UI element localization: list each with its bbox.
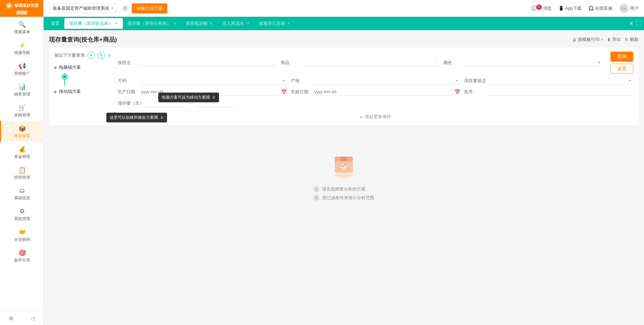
system-selector[interactable]: 装备及固定资产辅助管理系统 ▾: [49, 4, 117, 13]
settings-footer-btn[interactable]: ⚙: [9, 315, 13, 322]
tab-summary[interactable]: 收发存汇总表 ✕: [254, 18, 295, 29]
sidebar-item-management[interactable]: 📋 经营管理: [0, 162, 43, 183]
tab-close-icon[interactable]: ✕: [210, 21, 213, 26]
stock-status-select[interactable]: ▾: [487, 77, 633, 85]
calendar-start-icon[interactable]: 📅: [281, 89, 287, 95]
tab-flow[interactable]: 出入库流水 ✕: [218, 18, 254, 29]
tab-close-all-btn[interactable]: ✕: [629, 20, 633, 27]
filter-prev-btn[interactable]: «: [108, 52, 111, 58]
tab-close-icon[interactable]: ✕: [115, 21, 118, 26]
size-select-arrow: ▾: [283, 78, 285, 83]
sidebar-item-guide[interactable]: 🎯 新手引导: [0, 245, 43, 266]
size-select[interactable]: ▾: [139, 77, 287, 85]
tab-fullscreen-btn[interactable]: ⛶: [636, 20, 641, 26]
sidebar-item-finance[interactable]: 💰 资金管理: [0, 142, 43, 162]
sidebar-item-label: 经营管理: [14, 175, 30, 180]
empty-state: 1 请先选择要分析的方案 2 用过滤条件来缩小分析范围: [49, 129, 639, 214]
refresh-btn[interactable]: ↻ 刷新: [625, 37, 639, 43]
sidebar-item-label: 销售管理: [14, 92, 30, 97]
scheme-mobile-label: 移动端方案: [59, 89, 81, 95]
sidebar-item-label: 新手引导: [14, 258, 30, 263]
origin-select[interactable]: ▾: [312, 77, 460, 85]
topbar: 装备及固定资产辅助管理系统 ▾ ⚙ 体验行业方案 💬 6 消息 📱 App下载 …: [44, 0, 644, 17]
sidebar-item-search[interactable]: 🔍 搜索菜单: [0, 17, 43, 38]
batch-label: 批号: [464, 89, 484, 95]
svg-text:Ea: Ea: [622, 6, 626, 10]
messages-label: 消息: [543, 5, 552, 11]
query-btn[interactable]: 查询: [610, 52, 633, 62]
tab-batch[interactable]: 库存批次账 ✕: [181, 18, 218, 29]
empty-hints: 1 请先选择要分析的方案 2 用过滤条件来缩小分析范围: [313, 186, 374, 201]
tabbar: 首页 现存量（库存状况表） ✕ 现存量（库存分布表） ✕ 库存批次账 ✕ 出入库…: [44, 17, 644, 30]
sidebar-item-inventory[interactable]: 📦 库存核算: [0, 121, 43, 142]
phone-icon: 📱: [558, 6, 564, 11]
filter-field-warehouse: 按照仓 ...: [118, 59, 277, 66]
sidebar-item-purchase[interactable]: 🛒 采购管理: [0, 100, 43, 121]
empty-hint-1: 1 请先选择要分析的方案: [313, 186, 374, 192]
sidebar-item-system[interactable]: ⚙ 系统管理: [0, 204, 43, 224]
logo-title: 畅通道好生意: [14, 3, 39, 8]
online-support-btn[interactable]: 🎧 在线客服: [588, 5, 612, 11]
sidebar-item-label: 基础信息: [14, 195, 30, 201]
app-download-btn[interactable]: 📱 App下载: [558, 5, 582, 11]
tab-close-icon[interactable]: ✕: [287, 21, 290, 26]
goods-select[interactable]: ...: [302, 59, 440, 66]
tab-flow-label: 出入库流水: [222, 20, 244, 26]
sidebar-item-sales[interactable]: 📊 销售管理: [0, 79, 43, 100]
tab-close-icon[interactable]: ✕: [246, 21, 250, 26]
reset-btn[interactable]: 设置: [610, 64, 633, 74]
filter-add-scheme-btn[interactable]: +: [88, 52, 95, 59]
tab-home[interactable]: 首页: [46, 18, 64, 29]
sidebar: 畅 畅通道好生意 标准版 🔍 搜索菜单 ⚡ 快捷导航 📢 营销推广 📊 销售管理…: [0, 0, 44, 325]
avatar-icon: Ea: [619, 4, 629, 13]
template-print-btn[interactable]: 🖨 按模板打印 ▾: [572, 37, 603, 43]
app-download-label: App下载: [565, 5, 582, 11]
sidebar-item-collab[interactable]: 🤝 企业协同: [0, 224, 43, 245]
sidebar-item-label: 系统管理: [14, 216, 30, 222]
industry-btn[interactable]: 体验行业方案: [132, 3, 167, 13]
tree-expand-icon: ▶: [54, 65, 57, 70]
sidebar-item-label: 库存核算: [14, 133, 30, 139]
messages-badge: 6: [536, 4, 542, 10]
sidebar-item-quicknav[interactable]: ⚡ 快捷导航: [0, 38, 43, 58]
export-btn[interactable]: ⬆ 导出: [607, 37, 621, 43]
svg-point-8: [341, 164, 346, 169]
user-label: 用户: [630, 5, 639, 11]
filter-edit-scheme-btn[interactable]: ✎: [98, 52, 105, 59]
tooltip-edit: 这里可以创建和修改方案哦 ✕: [106, 113, 167, 122]
sidebar-item-basic-info[interactable]: 🗂 基础信息: [0, 183, 43, 204]
settings-icon-btn[interactable]: ⚙: [122, 5, 128, 12]
user-menu[interactable]: Ea 用户: [619, 4, 639, 13]
collapse-bar[interactable]: ∧ 收起更多条件: [118, 111, 633, 121]
warehouse-select[interactable]: ...: [139, 59, 277, 66]
sidebar-item-marketing[interactable]: 📢 营销推广: [0, 58, 43, 79]
expire-date-start[interactable]: [312, 88, 453, 96]
batch-input[interactable]: [486, 88, 633, 96]
logo-badge: 标准版: [16, 10, 28, 15]
tooltip-edit-close[interactable]: ✕: [160, 115, 164, 120]
filter-field-batch: 批号: [464, 88, 633, 96]
export-icon: ⬆: [607, 37, 611, 42]
avatar: Ea: [619, 4, 629, 13]
template-print-label: 按模板打印: [578, 37, 600, 43]
filter-section-label: 按以下方案查询: [54, 52, 85, 58]
tooltip-scheme-close[interactable]: ✕: [212, 95, 216, 100]
chevron-print-icon: ▾: [601, 38, 603, 42]
tab-inventory-status[interactable]: 现存量（库存状况表） ✕: [64, 18, 123, 29]
tooltip-scheme-text: 电脑方案可设为移动方案哦: [162, 95, 210, 100]
scheme-tree-desktop[interactable]: ▶ 电脑端方案: [54, 63, 111, 72]
sidebar-item-label: 采购管理: [14, 112, 30, 118]
scheme-tree-mobile[interactable]: ▶ 移动端方案: [54, 87, 111, 96]
svg-text:畅: 畅: [7, 3, 11, 8]
messages-btn[interactable]: 💬 6 消息: [532, 5, 552, 11]
tab-inventory-dist[interactable]: 现存量（库存分布表） ✕: [123, 18, 181, 29]
topbar-right: 💬 6 消息 📱 App下载 🎧 在线客服 Ea 用户: [532, 4, 639, 13]
tab-close-icon[interactable]: ✕: [173, 21, 176, 26]
color-select[interactable]: ▾: [465, 59, 602, 66]
calendar-expire-icon[interactable]: 📅: [454, 89, 460, 95]
goods-label: 商品: [281, 60, 301, 66]
collapse-sidebar-btn[interactable]: ◁: [31, 315, 35, 322]
sidebar-item-label: 资金管理: [14, 154, 30, 160]
chevron-down-icon: ▾: [111, 6, 113, 10]
size-label: 尺码: [118, 78, 138, 84]
